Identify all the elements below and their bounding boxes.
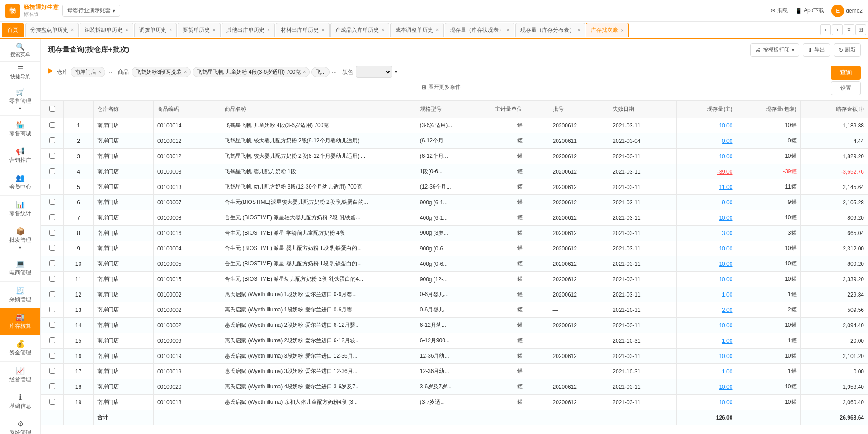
stock-main-value[interactable]: 10.00	[719, 353, 732, 359]
filter-expand-arrow[interactable]: ▶	[48, 66, 53, 75]
sidebar-item-search[interactable]: 🔍 搜索英单	[0, 39, 40, 62]
row-checkbox[interactable]	[49, 260, 55, 266]
tab-stock-status[interactable]: 现存量（库存状况表） ×	[445, 23, 514, 37]
amount-info-icon[interactable]: ⓘ	[859, 106, 864, 112]
stock-main-value[interactable]: 10.00	[719, 123, 732, 129]
row-checkbox[interactable]	[49, 245, 55, 251]
row-checkbox[interactable]	[49, 291, 55, 297]
row-checkbox[interactable]	[49, 368, 55, 374]
tag-close-icon[interactable]: ×	[98, 69, 101, 75]
warehouse-tag-nanana[interactable]: 南岸门店 ×	[71, 67, 105, 77]
tab-product-in[interactable]: 产成品入库单历史 ×	[330, 23, 389, 37]
stock-main-value[interactable]: 1.00	[722, 292, 732, 298]
tab-material-out[interactable]: 材料出库单历史 ×	[276, 23, 329, 37]
sidebar-item-operation[interactable]: 📈 经营管理	[0, 362, 40, 388]
tab-close-icon[interactable]: ×	[71, 27, 74, 33]
tab-other-out[interactable]: 其他出库单历史 ×	[222, 23, 275, 37]
tab-close-icon[interactable]: ×	[621, 28, 623, 33]
sidebar-item-quicknav[interactable]: ☰ 快捷导航	[0, 62, 40, 83]
stock-main-value[interactable]: 0.00	[722, 138, 732, 144]
row-checkbox[interactable]	[49, 383, 55, 389]
tab-close-icon[interactable]: ×	[212, 27, 215, 33]
tab-close-icon[interactable]: ×	[169, 27, 172, 33]
user-menu[interactable]: E demo2	[831, 5, 863, 17]
sidebar-item-warehouse[interactable]: 🏭 库存核算	[0, 308, 40, 335]
row-checkbox[interactable]	[49, 153, 55, 159]
stock-main-value[interactable]: 10.00	[719, 322, 732, 329]
tab-stock-batch[interactable]: 库存批次账 ×	[586, 23, 628, 37]
row-checkbox[interactable]	[49, 399, 55, 405]
row-checkbox[interactable]	[49, 122, 55, 128]
tab-close-icon[interactable]: ×	[125, 27, 128, 33]
app-download-button[interactable]: 📱 App下载	[795, 7, 824, 14]
sidebar-item-marketing[interactable]: 📢 营销推广	[0, 142, 40, 169]
stock-main-value[interactable]: 10.00	[719, 153, 732, 160]
tab-close-icon[interactable]: ×	[267, 27, 270, 33]
row-checkbox[interactable]	[49, 184, 55, 189]
workspace-selector[interactable]: 母婴行业演示账套 ▾	[62, 5, 120, 17]
tab-close-all-button[interactable]: ✕	[844, 24, 854, 35]
stock-main-value[interactable]: 10.00	[719, 384, 732, 390]
stock-main-value[interactable]: 11.00	[719, 184, 732, 190]
sidebar-item-retail[interactable]: 🛒 零售管理 ▾	[0, 83, 40, 116]
settings-button[interactable]: 设置	[831, 81, 861, 95]
stock-main-value[interactable]: 1.00	[722, 368, 732, 375]
row-checkbox[interactable]	[49, 353, 55, 359]
tab-next-button[interactable]: ›	[832, 24, 843, 35]
sidebar-item-finance[interactable]: 💰 资金管理	[0, 335, 40, 362]
stock-main-value[interactable]: 10.00	[719, 399, 732, 406]
stock-main-value[interactable]: 10.00	[719, 261, 732, 267]
stock-main-value[interactable]: 9.00	[722, 199, 732, 206]
refresh-button[interactable]: ↻ 刷新	[834, 43, 861, 57]
expand-more-button[interactable]: ⊞ 展开更多条件	[418, 81, 464, 93]
stock-main-value[interactable]: 10.00	[719, 245, 732, 252]
stock-main-value[interactable]: 1.00	[722, 338, 732, 344]
tab-close-icon[interactable]: ×	[382, 27, 384, 33]
message-button[interactable]: ✉ 消息	[771, 7, 788, 14]
product-tag-1[interactable]: 飞鹤奶粉3段两提装 ×	[132, 67, 191, 77]
tab-prev-button[interactable]: ‹	[820, 24, 831, 35]
row-checkbox[interactable]	[49, 276, 55, 282]
tab-close-icon[interactable]: ×	[577, 27, 580, 33]
sidebar-item-basic[interactable]: ℹ 基础信息	[0, 388, 40, 415]
color-select[interactable]	[356, 66, 392, 78]
tab-close-icon[interactable]: ×	[321, 27, 324, 33]
tab-split[interactable]: 分摆盘点单历史 ×	[25, 23, 79, 37]
tag-close-icon[interactable]: ×	[302, 69, 306, 75]
tab-expand-button[interactable]: ⊞	[855, 24, 866, 35]
query-button[interactable]: 查询	[831, 66, 861, 80]
product-filter-more-button[interactable]: ···	[331, 68, 337, 75]
row-checkbox[interactable]	[49, 199, 55, 205]
export-button[interactable]: ⬇ 导出	[803, 43, 830, 57]
stock-main-value[interactable]: -39.00	[717, 169, 732, 175]
sidebar-item-purchase[interactable]: 🧾 采购管理	[0, 282, 40, 308]
tab-close-icon[interactable]: ×	[507, 27, 509, 33]
filter-more-button[interactable]: ···	[107, 68, 113, 75]
row-checkbox[interactable]	[49, 307, 55, 312]
stock-main-value[interactable]: 2.00	[722, 307, 732, 313]
tab-stock-dist[interactable]: 现存量（库存分布表） ×	[515, 23, 585, 37]
sidebar-item-system[interactable]: ⚙ 系统管理	[0, 415, 40, 434]
product-tag-2[interactable]: 飞鹤星飞帆 儿童奶粉 4段(3-6岁适用) 700克 ×	[193, 67, 310, 77]
tab-group-disassemble[interactable]: 组装拆卸单历史 ×	[80, 23, 133, 37]
row-checkbox[interactable]	[49, 322, 55, 328]
row-checkbox[interactable]	[49, 137, 55, 143]
sidebar-item-ecom[interactable]: 💻 电商管理	[0, 255, 40, 282]
tab-cost-adjust[interactable]: 成本调整单历史 ×	[390, 23, 443, 37]
row-checkbox[interactable]	[49, 168, 55, 174]
sidebar-item-wholesale[interactable]: 📦 批发管理 ▾	[0, 222, 40, 255]
stock-main-value[interactable]: 3.00	[722, 230, 732, 236]
stock-main-value[interactable]: 10.00	[719, 276, 732, 283]
product-tag-more[interactable]: 飞...	[311, 67, 330, 77]
sidebar-item-retail-shop[interactable]: 🏪 零售商城	[0, 116, 40, 142]
tab-close-icon[interactable]: ×	[436, 27, 439, 33]
sidebar-item-retail-stats[interactable]: 📊 零售统计	[0, 196, 40, 222]
template-print-button[interactable]: 🖨 按模板打印 ▾	[750, 43, 799, 57]
tab-adjust[interactable]: 调拨单历史 ×	[134, 23, 177, 37]
tab-want[interactable]: 要货单历史 ×	[178, 23, 220, 37]
row-checkbox[interactable]	[49, 337, 55, 343]
select-all-checkbox[interactable]	[49, 106, 55, 112]
stock-main-value[interactable]: 10.00	[719, 215, 732, 221]
row-checkbox[interactable]	[49, 214, 55, 220]
row-checkbox[interactable]	[49, 230, 55, 236]
